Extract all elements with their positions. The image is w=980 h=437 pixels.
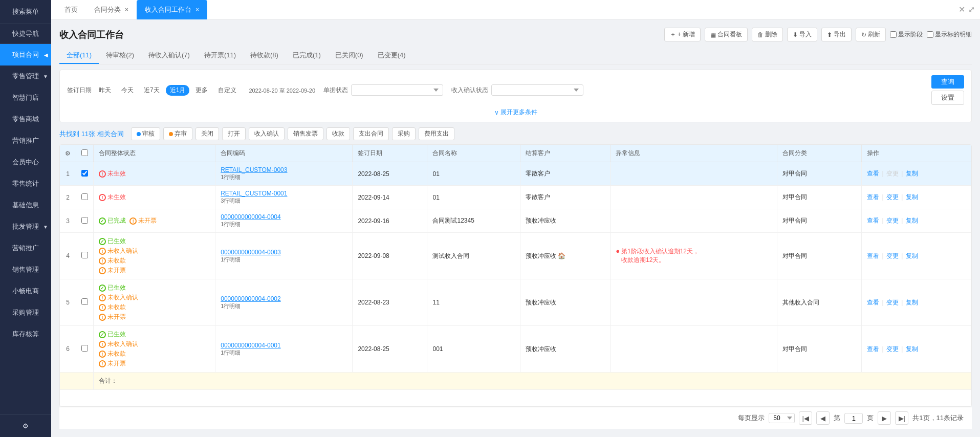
sidebar-item-retail-stats[interactable]: 零售统计 [0,173,51,194]
refresh-button[interactable]: ↻ 刷新 [856,28,886,41]
bill-status-select[interactable] [351,84,443,96]
filter-tab-pending-invoice[interactable]: 待开票(11) [197,48,243,64]
op-view[interactable]: 查看 [867,252,879,259]
op-view[interactable]: 查看 [867,170,879,177]
td-checkbox[interactable] [76,162,94,186]
sidebar-item-marketing[interactable]: 营销推广 [0,130,51,151]
sales-invoice-btn[interactable]: 销售发票 [288,127,323,140]
sidebar-item-smart-store[interactable]: 智慧门店 [0,87,51,108]
sidebar-quick-nav[interactable]: 快捷导航 [0,24,51,44]
sidebar-item-sales-mgmt[interactable]: 销售管理 [0,259,51,280]
sidebar-settings[interactable]: ⚙ [0,414,51,437]
set-button[interactable]: 设置 [931,91,964,105]
filter-tab-all[interactable]: 全部(11) [59,48,99,64]
td-checkbox[interactable] [76,233,94,279]
next-page-btn[interactable]: ▶ [878,411,891,425]
th-checkbox[interactable] [76,145,94,162]
sidebar-item-basic-info[interactable]: 基础信息 [0,194,51,216]
income-confirm-btn[interactable]: 收入确认 [249,127,285,140]
op-change[interactable]: 变更 [886,252,899,259]
op-copy[interactable]: 复制 [906,193,918,201]
op-change[interactable]: 变更 [886,193,899,201]
op-copy[interactable]: 复制 [906,345,918,353]
sidebar-item-wholesale-mgmt[interactable]: 批发管理 [0,216,51,237]
sidebar-item-retail-mall[interactable]: 零售商城 [0,108,51,130]
sidebar-item-xiaochangec[interactable]: 小畅电商 [0,280,51,302]
sidebar-item-member[interactable]: 会员中心 [0,151,51,173]
show-mark-checkbox[interactable]: 显示标的明细 [927,30,972,39]
sidebar-item-project[interactable]: 项目合同 [0,44,51,65]
tab-close-all[interactable]: ✕ [959,5,965,14]
td-checkbox[interactable] [76,326,94,373]
op-copy[interactable]: 复制 [906,252,918,259]
prev-page-btn[interactable]: ◀ [816,411,830,425]
row-checkbox[interactable] [81,252,88,258]
op-change[interactable]: 变更 [886,299,899,306]
filter-tab-pending-receipt[interactable]: 待收款(8) [243,48,286,64]
filter-tab-pending-review[interactable]: 待审核(2) [99,48,141,64]
op-copy[interactable]: 复制 [906,217,918,224]
import-button[interactable]: ⬇ 导入 [787,28,817,41]
expand-more-btn[interactable]: ∨ 展开更多条件 [67,108,964,117]
tab-contract-category[interactable]: 合同分类 × [86,0,137,19]
tab-contract-category-close[interactable]: × [125,0,128,19]
query-button[interactable]: 查询 [931,75,964,89]
contract-code-link[interactable]: 0000000000004-0004 [221,213,280,221]
op-view[interactable]: 查看 [867,299,879,306]
sidebar-item-marketing2[interactable]: 营销推广 [0,237,51,259]
filter-tab-changed[interactable]: 已变更(4) [371,48,413,64]
op-change[interactable]: 变更 [886,345,899,353]
tab-maximize[interactable]: ⤢ [968,5,975,14]
new-button[interactable]: ＋ + 新增 [664,28,701,41]
show-stage-input[interactable] [890,31,897,38]
export-button[interactable]: ⬆ 导出 [821,28,852,41]
tab-home[interactable]: 首页 [56,0,86,19]
contract-code-link[interactable]: 0000000000004-0001 [221,342,280,349]
last-page-btn[interactable]: ▶| [895,411,908,425]
tab-income-contract-close[interactable]: × [195,0,199,19]
th-settings[interactable]: ⚙ [60,145,76,162]
date-opt-7days[interactable]: 近7天 [140,85,164,96]
tab-income-contract[interactable]: 收入合同工作台 × [137,0,207,19]
contract-code-link[interactable]: 0000000000004-0002 [221,295,280,302]
abandon-review-btn[interactable]: 弃审 [163,127,192,140]
row-checkbox[interactable] [81,217,88,224]
td-checkbox[interactable] [76,209,94,233]
expense-contract-btn[interactable]: 支出合同 [353,127,389,140]
open-btn[interactable]: 打开 [222,127,246,140]
contract-code-link[interactable]: RETAIL_CUSTOM-0001 [221,190,287,197]
select-all-checkbox[interactable] [81,149,88,156]
contract-code-link[interactable]: 0000000000004-0003 [221,249,280,256]
page-input[interactable] [844,413,863,424]
per-page-select[interactable]: 50 100 [769,413,795,423]
expense-btn[interactable]: 费用支出 [419,127,454,140]
op-copy[interactable]: 复制 [906,170,918,177]
row-checkbox[interactable] [81,193,88,200]
row-checkbox[interactable] [81,345,88,352]
show-mark-input[interactable] [927,31,933,38]
td-checkbox[interactable] [76,279,94,326]
sidebar-item-inventory[interactable]: 库存核算 [0,323,51,345]
date-opt-yesterday[interactable]: 昨天 [95,85,115,96]
date-opt-custom[interactable]: 自定义 [214,85,241,96]
contract-board-button[interactable]: ▦ 合同看板 [705,28,748,41]
close-btn[interactable]: 关闭 [195,127,219,140]
filter-tab-completed[interactable]: 已完成(1) [286,48,328,64]
op-copy[interactable]: 复制 [906,299,918,306]
date-opt-more[interactable]: 更多 [191,85,212,96]
review-btn[interactable]: 审核 [131,127,160,140]
sidebar-item-purchase-mgmt[interactable]: 采购管理 [0,302,51,323]
contract-code-link[interactable]: RETAIL_CUSTOM-0003 [221,166,287,173]
show-stage-checkbox[interactable]: 显示阶段 [890,30,923,39]
delete-button[interactable]: 🗑 删除 [752,28,783,41]
date-opt-today[interactable]: 今天 [117,85,138,96]
date-opt-1month[interactable]: 近1月 [166,85,190,96]
td-checkbox[interactable] [76,186,94,209]
filter-tab-closed[interactable]: 已关闭(0) [328,48,371,64]
op-change[interactable]: 变更 [886,170,899,177]
income-confirm-status-select[interactable] [491,84,583,96]
sidebar-search[interactable]: 搜索菜单 [0,0,51,24]
purchase-btn[interactable]: 采购 [392,127,416,140]
sidebar-item-retail-mgmt[interactable]: 零售管理 [0,65,51,87]
receipt-btn[interactable]: 收款 [326,127,350,140]
